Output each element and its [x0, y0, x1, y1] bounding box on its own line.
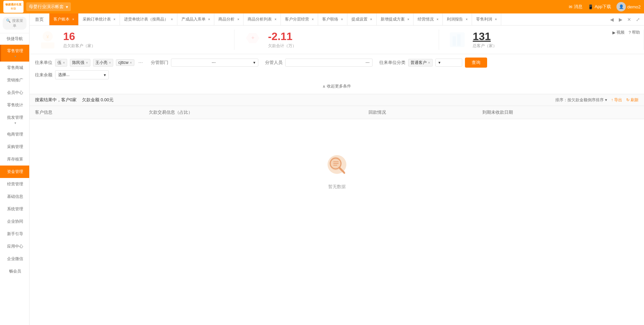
sidebar: 🔍 搜索菜单 快捷导航 零售管理 ▾ 零售商城 营销推广 会员	[0, 13, 30, 325]
tab-close-icon[interactable]: ×	[495, 17, 497, 21]
tab-product-inbound[interactable]: 产成品入库单 ×	[177, 13, 215, 26]
app-download-label: App下载	[595, 4, 611, 10]
tag-close-1[interactable]: ×	[86, 61, 88, 65]
sidebar-item-label: 批发管理	[7, 115, 23, 120]
sidebar-item-member2[interactable]: 畅会员	[0, 265, 29, 278]
refresh-icon: ↻	[626, 98, 630, 102]
tab-purchase-stats-product[interactable]: 进货单统计表（按商品） ×	[120, 13, 177, 26]
help-btn[interactable]: ? 帮助	[629, 30, 640, 35]
video-btn[interactable]: ▶ 视频	[612, 30, 625, 35]
tab-close-icon[interactable]: ×	[466, 17, 468, 21]
sidebar-item-label: 采购管理	[7, 144, 23, 150]
account-selector[interactable]: 母婴行业演示帐套 ▾	[26, 2, 71, 11]
tab-customer-ledger[interactable]: 客户账本 ×	[49, 13, 79, 26]
quick-nav[interactable]: 快捷导航	[0, 33, 29, 45]
sidebar-item-finance[interactable]: 资金管理	[0, 166, 29, 178]
tab-product-analysis[interactable]: 商品分析 ×	[214, 13, 244, 26]
tab-close-icon[interactable]: ×	[312, 17, 314, 21]
help-label: 帮助	[632, 30, 640, 35]
tab-close-icon[interactable]: ×	[72, 17, 74, 21]
more-tags-btn[interactable]: ···	[137, 59, 144, 66]
tag-close-0[interactable]: ×	[63, 61, 65, 65]
dept-select[interactable]: ⋯ ▾	[171, 59, 258, 67]
tab-close-icon[interactable]: ×	[370, 17, 372, 21]
tab-customer-tier[interactable]: 客户分层经营 ×	[281, 13, 318, 26]
results-actions: 排序：按欠款金额倒序排序 ▾ ↑ 导出 ↻ 刷新	[555, 97, 639, 103]
data-table: 客户信息 欠款交易信息（占比） 回款情况 到期未收款日期	[30, 106, 644, 119]
sidebar-item-wechat[interactable]: 企业微信	[0, 253, 29, 265]
tab-close-icon[interactable]: ×	[237, 17, 239, 21]
video-label: 视频	[616, 30, 625, 35]
collapse-label: 收起更多条件	[327, 83, 351, 89]
refresh-button[interactable]: ↻ 刷新	[626, 97, 639, 103]
sidebar-item-retail-stats[interactable]: 零售统计	[0, 99, 29, 111]
collapse-button[interactable]: ∧ 收起更多条件	[318, 82, 355, 91]
stat-debt-customers-values: 16 总欠款客户（家）	[63, 31, 95, 49]
tab-expand-btn[interactable]: ⤢	[635, 16, 641, 23]
tab-close-icon[interactable]: ×	[208, 17, 210, 21]
sidebar-item-inventory[interactable]: 库存核算	[0, 153, 29, 166]
tab-home[interactable]: 首页	[30, 13, 49, 26]
user-menu[interactable]: 👤 demo2	[616, 2, 641, 11]
tab-retail-profit[interactable]: 零售利润 ×	[472, 13, 501, 26]
tab-profit-report[interactable]: 利润报告 ×	[443, 13, 472, 26]
search-box[interactable]: 🔍 搜索菜单	[3, 17, 27, 30]
tab-product-analysis-list[interactable]: 商品分析列表 ×	[244, 13, 281, 26]
filter-tag-3: cjttcw ×	[116, 59, 134, 66]
collapse-icon: ∧	[323, 84, 326, 89]
debt-total-icon: ✦	[243, 30, 263, 50]
person-select[interactable]: ⋯	[285, 59, 373, 67]
stat-debt-total-label: 欠款合计（万）	[268, 43, 296, 49]
category-dropdown[interactable]: ▾	[435, 59, 462, 67]
collapse-row: ∧ 收起更多条件	[35, 82, 639, 91]
filter-tag-category: 普通客户 ×	[408, 59, 432, 67]
tab-close-icon[interactable]: ×	[171, 17, 173, 21]
query-button[interactable]: 查询	[465, 58, 487, 68]
tab-operations[interactable]: 经营情况 ×	[414, 13, 443, 26]
stat-debt-customers-number: 16	[63, 31, 95, 42]
tab-prev-btn[interactable]: ◀	[608, 16, 615, 23]
tag-close-category[interactable]: ×	[428, 61, 430, 65]
tab-purchase-order-stats[interactable]: 采购订单统计表 ×	[79, 13, 120, 26]
ellipsis-icon: ⋯	[366, 60, 370, 65]
sidebar-item-purchase[interactable]: 采购管理	[0, 141, 29, 153]
tab-add-commission[interactable]: 新增提成方案 ×	[377, 13, 414, 26]
tag-close-2[interactable]: ×	[109, 61, 111, 65]
sidebar-item-system[interactable]: 系统管理	[0, 203, 29, 215]
sidebar-item-basics[interactable]: 基础信息	[0, 190, 29, 203]
tab-commission-settings[interactable]: 提成设置 ×	[347, 13, 377, 26]
tab-close-all-btn[interactable]: ✕	[626, 16, 633, 23]
sidebar-item-label: 应用中心	[7, 244, 23, 249]
message-btn[interactable]: ✉ 消息	[569, 4, 583, 10]
balance-select[interactable]: 选择... ▾	[55, 70, 109, 79]
tag-close-3[interactable]: ×	[130, 61, 132, 65]
stat-debt-total: ✦ -2.11 欠款合计（万）	[234, 30, 439, 50]
app-download-btn[interactable]: 📱 App下载	[588, 4, 611, 10]
sidebar-item-enterprise[interactable]: 企业协同	[0, 215, 29, 228]
tab-close-icon[interactable]: ×	[407, 17, 410, 21]
stat-total-customers-number: 131	[473, 31, 497, 42]
tab-close-icon[interactable]: ×	[114, 17, 116, 21]
sidebar-item-retail-mgmt[interactable]: 零售管理 ▾	[0, 45, 29, 62]
stat-debt-customers-label: 总欠款客户（家）	[63, 43, 95, 49]
tab-close-icon[interactable]: ×	[341, 17, 343, 21]
sort-select[interactable]: 排序：按欠款金额倒序排序 ▾	[555, 97, 607, 103]
tab-close-icon[interactable]: ×	[436, 17, 438, 21]
sidebar-item-ecommerce[interactable]: 电商管理	[0, 128, 29, 141]
chevron-down-icon: ▾	[14, 55, 16, 58]
sidebar-search[interactable]: 🔍 搜索菜单	[0, 13, 29, 33]
sidebar-item-retail-shop[interactable]: 零售商城	[0, 62, 29, 74]
dept-filter-label: 分管部门	[151, 60, 168, 66]
sidebar-item-guide[interactable]: 新手引导	[0, 228, 29, 240]
quick-nav-label: 快捷导航	[7, 36, 23, 41]
tab-customer-contact[interactable]: 客户联络 ×	[318, 13, 347, 26]
sidebar-item-wholesale[interactable]: 批发管理 ▾	[0, 111, 29, 128]
sidebar-item-member[interactable]: 会员中心	[0, 86, 29, 99]
sidebar-item-app-center[interactable]: 应用中心	[0, 240, 29, 253]
export-button[interactable]: ↑ 导出	[611, 97, 622, 103]
sidebar-item-operations[interactable]: 经营管理	[0, 178, 29, 190]
tab-controls: ◀ ▶ ✕ ⤢	[606, 16, 644, 23]
sidebar-item-marketing[interactable]: 营销推广	[0, 74, 29, 86]
tab-next-btn[interactable]: ▶	[617, 16, 624, 23]
tab-close-icon[interactable]: ×	[274, 17, 276, 21]
